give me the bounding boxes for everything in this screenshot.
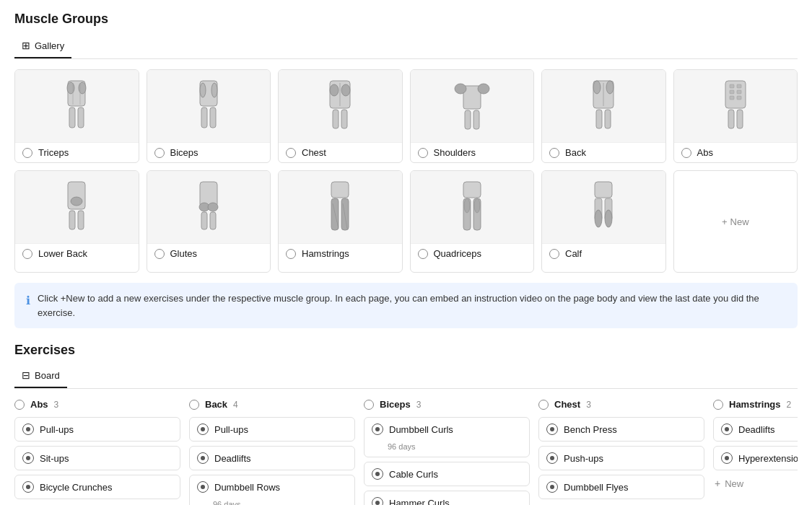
exercise-card-icon (197, 423, 209, 435)
column-name-hamstrings: Hamstrings (729, 399, 781, 410)
muscle-radio-back (549, 148, 559, 158)
exercise-card-icon (721, 423, 733, 435)
gallery-tab[interactable]: ⊞ Gallery (14, 35, 71, 58)
svg-rect-30 (728, 110, 734, 128)
exercise-card[interactable]: Pull-ups (189, 417, 355, 442)
svg-rect-48 (331, 198, 339, 230)
exercise-card[interactable]: Pull-ups (14, 417, 180, 442)
exercise-card-icon (546, 423, 558, 435)
muscle-card-label-back: Back (542, 142, 665, 162)
muscle-card-triceps[interactable]: Triceps (14, 69, 139, 163)
exercise-card-name: Dumbbell Flyes (564, 482, 629, 493)
exercise-card[interactable]: Dumbbell Curls96 days (364, 417, 530, 457)
svg-rect-57 (595, 182, 612, 198)
column-radio-abs (14, 400, 25, 410)
muscle-groups-grid: Triceps Biceps (14, 69, 798, 273)
exercise-card-name: Dumbbell Rows (214, 482, 280, 493)
exercise-card[interactable]: Cable Curls (364, 462, 530, 486)
muscle-card-chest[interactable]: Chest (278, 69, 403, 163)
exercise-card[interactable]: Dumbbell Rows96 days (189, 475, 355, 505)
exercise-card[interactable]: Hammer Curls (364, 491, 530, 505)
column-count-back: 4 (233, 400, 238, 410)
muscle-card-img-back (542, 70, 665, 142)
muscle-card-label-abs: Abs (674, 142, 798, 162)
exercise-card[interactable]: Deadlifts (713, 417, 798, 442)
column-name-back: Back (205, 399, 227, 410)
new-muscle-group-label: New (730, 216, 749, 227)
exercise-card[interactable]: Sit-ups (14, 446, 180, 470)
muscle-card-biceps[interactable]: Biceps (147, 69, 271, 163)
exercise-card[interactable]: Deadlifts (189, 446, 355, 470)
muscle-card-img-lower-back (15, 171, 139, 243)
svg-point-16 (341, 84, 350, 96)
board-column-hamstrings: Hamstrings2DeadliftsHyperextensions+New (713, 399, 798, 505)
exercise-card[interactable]: Bicycle Crunches (14, 475, 180, 499)
muscle-card-img-biceps (147, 70, 271, 142)
exercises-section-title: Exercises (14, 343, 798, 358)
svg-rect-9 (210, 107, 216, 128)
muscle-card-calf[interactable]: Calf (541, 170, 666, 273)
new-muscle-group-card[interactable]: + New (673, 170, 798, 273)
column-count-biceps: 3 (416, 400, 422, 410)
svg-point-15 (330, 84, 339, 96)
svg-rect-41 (78, 211, 84, 229)
svg-rect-32 (730, 84, 734, 88)
gallery-tab-label: Gallery (35, 40, 64, 51)
svg-rect-34 (730, 90, 734, 94)
exercise-card-icon (372, 468, 383, 480)
exercise-card-name: Bench Press (564, 424, 617, 435)
svg-rect-36 (730, 96, 734, 100)
svg-rect-29 (725, 81, 746, 108)
exercise-card-icon (197, 452, 209, 464)
muscle-card-label-glutes: Glutes (147, 243, 271, 263)
muscle-card-label-lower-back: Lower Back (15, 243, 139, 263)
svg-rect-45 (201, 212, 207, 229)
muscle-card-img-chest (279, 70, 402, 142)
new-muscle-group-plus-icon: + (722, 216, 728, 227)
board-container: Abs3Pull-upsSit-upsBicycle Crunches+NewB… (14, 399, 798, 505)
exercise-card-icon (22, 452, 34, 464)
exercise-card-sub: 96 days (372, 442, 416, 451)
column-radio-chest (538, 400, 549, 410)
exercise-card[interactable]: Bench Press (538, 417, 704, 442)
muscle-card-lower-back[interactable]: Lower Back (14, 170, 139, 273)
column-header-biceps: Biceps3 (364, 399, 530, 410)
exercise-card-icon (721, 452, 733, 464)
board-tab[interactable]: ⊟ Board (14, 365, 67, 388)
exercise-card-name: Dumbbell Curls (389, 424, 453, 435)
board-tab-icon: ⊟ (22, 369, 30, 381)
exercise-card-name: Sit-ups (40, 453, 69, 464)
exercise-card[interactable]: Push-ups (538, 446, 704, 470)
add-new-exercise-hamstrings[interactable]: +New (713, 475, 798, 492)
muscle-card-label-biceps: Biceps (147, 142, 271, 162)
muscle-card-shoulders[interactable]: Shoulders (410, 69, 535, 163)
column-radio-back (189, 400, 199, 410)
muscle-card-glutes[interactable]: Glutes (147, 170, 271, 273)
exercise-card[interactable]: Hyperextensions (713, 446, 798, 470)
muscle-radio-quadriceps (418, 249, 428, 259)
svg-rect-14 (341, 110, 347, 128)
column-name-chest: Chest (554, 399, 580, 410)
svg-point-44 (208, 203, 218, 211)
svg-rect-49 (341, 198, 349, 230)
svg-point-39 (71, 197, 82, 206)
exercise-card-name: Pull-ups (214, 424, 248, 435)
svg-rect-22 (473, 110, 479, 129)
column-radio-hamstrings (713, 400, 723, 410)
gallery-tab-icon: ⊞ (22, 40, 30, 51)
exercise-card-icon (197, 481, 209, 493)
exercise-card-name: Bicycle Crunches (40, 482, 112, 493)
muscle-card-abs[interactable]: Abs (673, 69, 798, 163)
board-column-chest: Chest3Bench PressPush-upsDumbbell Flyes+… (538, 399, 704, 505)
muscle-card-back[interactable]: Back (541, 69, 666, 163)
svg-point-25 (606, 81, 614, 94)
exercise-card-name: Pull-ups (40, 424, 74, 435)
exercise-card-name: Deadlifts (214, 453, 251, 464)
svg-rect-40 (69, 211, 75, 229)
muscle-card-quadriceps[interactable]: Quadriceps (410, 170, 535, 273)
svg-point-11 (211, 83, 217, 97)
muscle-card-hamstrings[interactable]: Hamstrings (278, 170, 403, 273)
exercise-card[interactable]: Dumbbell Flyes (538, 475, 704, 499)
column-header-abs: Abs3 (14, 399, 180, 410)
muscle-card-label-triceps: Triceps (15, 142, 139, 162)
